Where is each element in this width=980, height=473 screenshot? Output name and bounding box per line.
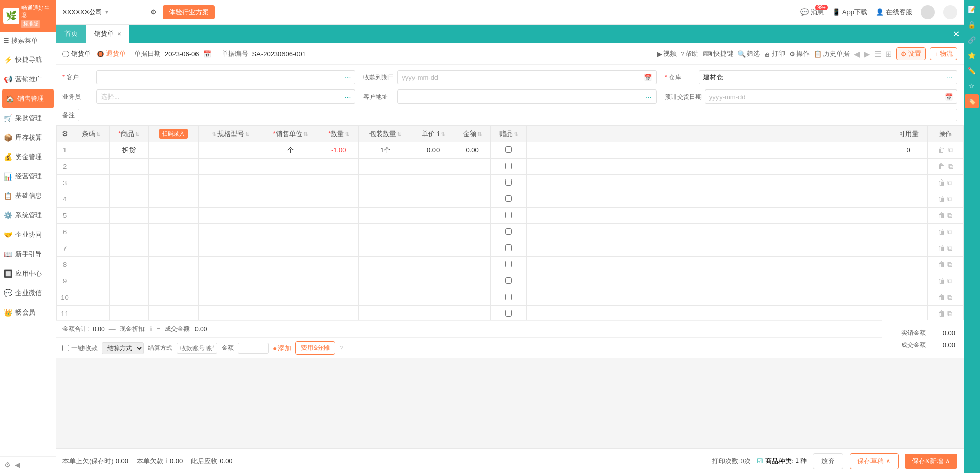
delete-row-button[interactable]: 🗑 bbox=[937, 276, 946, 286]
row-spec-col-2[interactable] bbox=[148, 159, 198, 175]
delete-row-button[interactable]: 🗑 bbox=[937, 177, 946, 188]
delete-row-button[interactable]: 🗑 bbox=[937, 194, 946, 204]
message-button[interactable]: 💬 消息 99+ bbox=[800, 8, 824, 17]
user-avatar-2[interactable] bbox=[943, 5, 957, 19]
row-gift-2[interactable] bbox=[490, 159, 527, 175]
tab-close-icon[interactable]: ✕ bbox=[117, 31, 121, 37]
search-menu[interactable]: ☰ 搜索菜单 bbox=[0, 32, 56, 50]
row-quantity-2[interactable] bbox=[319, 159, 358, 175]
row-spec-col-1[interactable] bbox=[148, 142, 198, 159]
copy-row-button[interactable]: ⧉ bbox=[946, 276, 953, 286]
copy-row-button[interactable]: ⧉ bbox=[946, 194, 953, 205]
row-product-2[interactable] bbox=[109, 159, 148, 175]
delete-row-button[interactable]: 🗑 bbox=[937, 210, 946, 220]
row-price-1[interactable]: 0.00 bbox=[412, 142, 454, 159]
row-amount-2[interactable] bbox=[454, 159, 491, 175]
radio-return-order[interactable]: 退货单 bbox=[97, 49, 126, 58]
action-help[interactable]: ? 帮助 bbox=[681, 49, 699, 58]
delete-row-button[interactable]: 🗑 bbox=[937, 292, 946, 302]
action-operation[interactable]: ⚙ 操作 bbox=[789, 49, 810, 58]
action-shortcut[interactable]: ⌨ 快捷键 bbox=[703, 49, 733, 58]
copy-row-1-button[interactable]: ⧉ bbox=[947, 145, 954, 155]
note-input[interactable] bbox=[78, 109, 957, 121]
online-service-button[interactable]: 👤 在线客服 bbox=[876, 8, 912, 17]
radio-sales-order[interactable]: 销货单 bbox=[62, 49, 91, 58]
copy-row-button[interactable]: ⧉ bbox=[946, 210, 953, 221]
overdue-help-icon[interactable]: ℹ bbox=[165, 457, 168, 465]
right-panel-tag-icon[interactable]: 🏷️ bbox=[965, 94, 979, 108]
sidebar-item-enterprise[interactable]: 🤝 企业协同 bbox=[0, 225, 56, 244]
row-unit-1[interactable]: 个 bbox=[262, 142, 319, 159]
salesperson-input[interactable]: 选择... ··· bbox=[96, 89, 355, 104]
settings-gear-icon[interactable]: ⚙ bbox=[4, 461, 11, 469]
right-panel-pencil-icon[interactable]: ✏️ bbox=[965, 63, 979, 78]
save-draft-button[interactable]: 保存草稿 ∧ bbox=[850, 453, 899, 469]
sidebar-item-system[interactable]: ⚙️ 系统管理 bbox=[0, 206, 56, 225]
sidebar-item-member[interactable]: 👑 畅会员 bbox=[0, 303, 56, 322]
sidebar-item-finance[interactable]: 💰 资金管理 bbox=[0, 147, 56, 167]
delete-row-button[interactable]: 🗑 bbox=[937, 227, 946, 237]
customer-address-input[interactable]: ··· bbox=[397, 89, 656, 104]
row-spec-1[interactable] bbox=[199, 142, 262, 159]
sidebar-item-purchase[interactable]: 🛒 采购管理 bbox=[0, 108, 56, 128]
sidebar-item-basic[interactable]: 📋 基础信息 bbox=[0, 186, 56, 206]
tab-sales-order[interactable]: 销货单 ✕ bbox=[86, 25, 129, 43]
action-filter[interactable]: 🔍 筛选 bbox=[737, 49, 760, 58]
copy-row-button[interactable]: ⧉ bbox=[946, 177, 953, 188]
row-barcode-1[interactable] bbox=[73, 142, 110, 159]
discard-button[interactable]: 放弃 bbox=[813, 453, 843, 469]
close-all-tabs-icon[interactable]: ✕ bbox=[953, 30, 960, 38]
row-price-2[interactable] bbox=[412, 159, 454, 175]
sidebar-item-guide[interactable]: 📖 新手引导 bbox=[0, 244, 56, 264]
sidebar-item-operation[interactable]: 📊 经营管理 bbox=[0, 167, 56, 186]
sidebar-item-apps[interactable]: 🔲 应用中心 bbox=[0, 264, 56, 283]
delete-row-1-button[interactable]: 🗑 bbox=[937, 145, 946, 155]
row-pack-qty-1[interactable]: 1个 bbox=[358, 142, 412, 159]
app-download-button[interactable]: 📱 App下载 bbox=[832, 8, 867, 17]
one-click-payment-label[interactable]: 一键收款 bbox=[62, 344, 98, 353]
row-barcode-2[interactable] bbox=[73, 159, 110, 175]
action-print[interactable]: 🖨 打印 bbox=[764, 49, 785, 58]
user-avatar[interactable] bbox=[921, 5, 935, 19]
copy-row-button[interactable]: ⧉ bbox=[946, 308, 953, 319]
fee-help-icon[interactable]: ? bbox=[339, 345, 343, 352]
pagination-prev-icon[interactable]: ◀ bbox=[854, 49, 860, 59]
action-history[interactable]: 📋 历史单据 bbox=[814, 49, 850, 58]
date-calendar-icon[interactable]: 📅 bbox=[203, 50, 211, 58]
sidebar-item-wechat[interactable]: 💬 企业微信 bbox=[0, 283, 56, 303]
one-click-payment-checkbox[interactable] bbox=[62, 345, 69, 351]
th-settings[interactable]: ⚙ bbox=[57, 126, 73, 142]
fee-button[interactable]: 费用&分摊 bbox=[295, 341, 335, 355]
settings-button[interactable]: ⚙ 设置 bbox=[896, 47, 926, 60]
delete-row-button[interactable]: 🗑 bbox=[937, 243, 946, 253]
row-unit-2[interactable] bbox=[262, 159, 319, 175]
copy-row-2-button[interactable]: ⧉ bbox=[947, 161, 954, 172]
scan-button[interactable]: 扫码录入 bbox=[159, 129, 188, 139]
help-circle-icon[interactable]: ℹ bbox=[150, 325, 153, 333]
row-quantity-1[interactable]: -1.00 bbox=[319, 142, 358, 159]
pagination-next-icon[interactable]: ▶ bbox=[864, 49, 870, 59]
delete-row-2-button[interactable]: 🗑 bbox=[937, 161, 946, 171]
customer-input[interactable]: ··· bbox=[96, 70, 355, 84]
copy-row-button[interactable]: ⧉ bbox=[946, 292, 953, 303]
row-product-1[interactable]: 拆货 bbox=[109, 142, 148, 159]
sidebar-item-inventory[interactable]: 📦 库存核算 bbox=[0, 128, 56, 147]
copy-row-button[interactable]: ⧉ bbox=[946, 243, 953, 254]
save-new-button[interactable]: 保存&新增 ∧ bbox=[905, 454, 957, 469]
payment-method-select[interactable]: 结算方式 bbox=[102, 342, 144, 354]
view-list-icon[interactable]: ☰ bbox=[874, 49, 881, 59]
sidebar-item-sales[interactable]: 🏠 销售管理 bbox=[2, 89, 54, 108]
tab-home[interactable]: 首页 bbox=[56, 25, 86, 43]
copy-row-button[interactable]: ⧉ bbox=[946, 259, 953, 270]
company-selector[interactable]: XXXXXX公司 ▼ bbox=[62, 8, 144, 17]
delete-row-button[interactable]: 🗑 bbox=[937, 308, 946, 319]
row-amount-1[interactable]: 0.00 bbox=[454, 142, 491, 159]
product-type-checkbox-icon[interactable]: ☑ bbox=[757, 457, 763, 465]
right-panel-link-icon[interactable]: 🔗 bbox=[965, 33, 979, 47]
topbar-settings-icon[interactable]: ⚙ bbox=[150, 8, 157, 16]
delete-row-button[interactable]: 🗑 bbox=[937, 259, 946, 269]
expected-delivery-input[interactable]: yyyy-mm-dd 📅 bbox=[705, 89, 957, 104]
action-video[interactable]: ▶ 视频 bbox=[657, 49, 677, 58]
sidebar-item-marketing[interactable]: 📢 营销推广 bbox=[0, 70, 56, 89]
row-gift-1[interactable] bbox=[490, 142, 527, 159]
